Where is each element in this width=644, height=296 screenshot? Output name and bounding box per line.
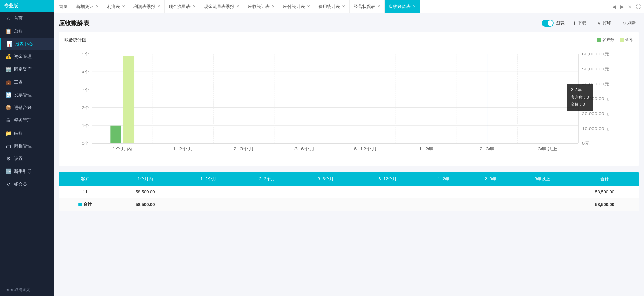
asset-icon: 🏢 <box>5 66 11 72</box>
tab-label-profit: 利润表 <box>107 4 120 10</box>
legend-amount-dot <box>620 38 624 42</box>
print-btn[interactable]: 🖨 打印 <box>594 19 614 28</box>
svg-text:0元: 0元 <box>582 141 590 146</box>
svg-text:30,000.00元: 30,000.00元 <box>582 97 609 101</box>
sidebar-item-setting[interactable]: ⚙设置 <box>0 152 54 165</box>
legend-customers: 客户数 <box>597 37 614 43</box>
sidebar-item-settle[interactable]: 📁结账 <box>0 127 54 140</box>
svg-rect-19 <box>110 126 121 143</box>
download-icon: ⬇ <box>573 21 576 26</box>
tab-prev-btn[interactable]: ◀ <box>610 0 618 13</box>
tab-close-all-btn[interactable]: ✕ <box>626 0 634 13</box>
sidebar-item-guide[interactable]: 🆕新手引导 <box>0 165 54 178</box>
tab-close-ar_stat[interactable]: ✕ <box>272 4 275 9</box>
tab-close-profit[interactable]: ✕ <box>122 4 125 9</box>
tab-close-ar_age[interactable]: ✕ <box>413 4 416 9</box>
chart-toggle[interactable] <box>542 20 554 27</box>
th-2~3个月: 2~3个月 <box>237 172 296 186</box>
fund-icon: 💰 <box>5 54 11 60</box>
tab-cashflow[interactable]: 现金流量表✕ <box>165 0 200 13</box>
th-1个月内: 1个月内 <box>111 172 179 186</box>
sidebar-label-vip: 畅会员 <box>14 181 27 187</box>
tab-close-expense[interactable]: ✕ <box>342 4 345 9</box>
sidebar-item-fund[interactable]: 💰资金管理 <box>0 50 54 63</box>
tab-label-home: 首页 <box>59 4 68 10</box>
legend-customers-dot <box>597 38 601 42</box>
tab-close-profit_q[interactable]: ✕ <box>157 4 160 9</box>
th-客户: 客户 <box>59 172 111 186</box>
page-actions: 图表 ⬇ 下载 🖨 打印 ↻ 刷新 <box>542 19 639 28</box>
sidebar-item-invoice[interactable]: 🧾发票管理 <box>0 89 54 101</box>
summary-icon: ◼ <box>78 202 82 207</box>
sidebar-item-report[interactable]: 📊报表中心 <box>0 38 54 50</box>
chart-toggle-wrap: 图表 <box>542 20 565 27</box>
tab-label-profit_q: 利润表季报 <box>133 4 155 10</box>
tab-ar_age[interactable]: 应收账龄表✕ <box>385 0 420 13</box>
svg-text:1~2年: 1~2年 <box>419 147 434 151</box>
tab-label-cashflow_q: 现金流量表季报 <box>204 4 234 10</box>
tab-expand-btn[interactable]: ⛶ <box>634 0 643 13</box>
download-btn[interactable]: ⬇ 下载 <box>570 19 589 28</box>
chart-legend: 客户数 金额 <box>597 37 633 43</box>
tab-profit_q[interactable]: 利润表季报✕ <box>129 0 165 13</box>
tab-label-expense: 费用统计表 <box>318 4 340 10</box>
sidebar-item-ledger[interactable]: 📋总账 <box>0 25 54 38</box>
tab-close-cashflow[interactable]: ✕ <box>193 4 196 9</box>
home-icon: ⌂ <box>5 16 11 21</box>
svg-text:3~6个月: 3~6个月 <box>294 147 315 151</box>
sidebar-item-archive[interactable]: 🗃归档管理 <box>0 140 54 152</box>
tab-bar: 首页新增凭证✕利润表✕利润表季报✕现金流量表✕现金流量表季报✕应收统计表✕应付统… <box>54 0 644 13</box>
tab-expense[interactable]: 费用统计表✕ <box>314 0 350 13</box>
page-title: 应收账龄表 <box>59 19 89 27</box>
salary-icon: 💼 <box>5 79 11 85</box>
tab-biz[interactable]: 经营状况表✕ <box>350 0 385 13</box>
svg-text:40,000.00元: 40,000.00元 <box>582 82 609 86</box>
tab-cashflow_q[interactable]: 现金流量表季报✕ <box>200 0 244 13</box>
sidebar-label-settle: 结账 <box>14 130 23 136</box>
sidebar-label-guide: 新手引导 <box>14 168 32 175</box>
tab-home[interactable]: 首页 <box>55 0 72 13</box>
legend-amount: 金额 <box>620 37 633 43</box>
svg-text:2~3个月: 2~3个月 <box>233 147 254 151</box>
svg-text:3个: 3个 <box>82 88 89 92</box>
tab-label-biz: 经营状况表 <box>354 4 375 10</box>
sidebar-item-salary[interactable]: 💼工资 <box>0 76 54 89</box>
svg-text:4个: 4个 <box>82 70 89 74</box>
chart-svg: 0个1个2个3个4个5个0元10,000.00元20,000.00元30,000… <box>64 47 633 161</box>
setting-icon: ⚙ <box>5 156 11 162</box>
tab-ar_stat[interactable]: 应收统计表✕ <box>244 0 279 13</box>
tab-close-biz[interactable]: ✕ <box>377 4 380 9</box>
svg-text:5个: 5个 <box>82 52 89 56</box>
th-6~12个月: 6~12个月 <box>355 172 420 186</box>
svg-text:1个月内: 1个月内 <box>112 147 132 151</box>
sidebar-label-tax: 税务管理 <box>14 117 32 124</box>
refresh-btn[interactable]: ↻ 刷新 <box>620 19 639 28</box>
svg-rect-20 <box>123 56 134 143</box>
tab-label-ap_stat: 应付统计表 <box>283 4 305 10</box>
tab-next-btn[interactable]: ▶ <box>618 0 626 13</box>
tab-close-cashflow_q[interactable]: ✕ <box>236 4 239 9</box>
tab-voucher[interactable]: 新增凭证✕ <box>72 0 103 13</box>
svg-text:20,000.00元: 20,000.00元 <box>582 111 609 116</box>
th-1~2年: 1~2年 <box>420 172 467 186</box>
sidebar-collapse-btn[interactable]: ◄◄ 取消固定 <box>0 284 54 296</box>
sidebar-item-home[interactable]: ⌂首页 <box>0 12 54 25</box>
svg-text:10,000.00元: 10,000.00元 <box>582 126 609 131</box>
sidebar-label-report: 报表中心 <box>15 41 33 47</box>
sidebar-item-vip[interactable]: V畅会员 <box>0 178 54 191</box>
tab-ap_stat[interactable]: 应付统计表✕ <box>279 0 314 13</box>
settle-icon: 📁 <box>5 130 11 136</box>
guide-icon: 🆕 <box>5 168 11 175</box>
svg-text:1个: 1个 <box>82 124 89 128</box>
tax-icon: 🏛 <box>5 118 11 124</box>
ledger-icon: 📋 <box>5 28 11 34</box>
tab-close-voucher[interactable]: ✕ <box>96 4 99 9</box>
sidebar-item-asset[interactable]: 🏢固定资产 <box>0 63 54 76</box>
tab-profit[interactable]: 利润表✕ <box>103 0 129 13</box>
tab-label-ar_age: 应收账龄表 <box>389 4 411 10</box>
sidebar-item-tax[interactable]: 🏛税务管理 <box>0 114 54 127</box>
sidebar-item-stock[interactable]: 📦进销台账 <box>0 101 54 114</box>
tab-label-cashflow: 现金流量表 <box>169 4 191 10</box>
tab-label-ar_stat: 应收统计表 <box>248 4 270 10</box>
tab-close-ap_stat[interactable]: ✕ <box>307 4 310 9</box>
